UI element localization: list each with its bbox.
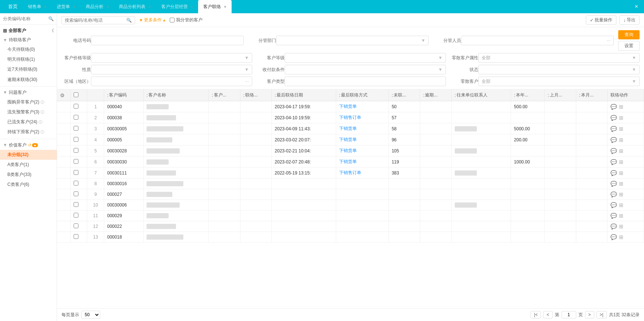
nav-tab-analysis[interactable]: 商品分析 ×: [81, 0, 114, 13]
th-unit-contact[interactable]: : 往来单位联系人: [451, 89, 511, 101]
first-page-btn[interactable]: |<: [531, 311, 541, 318]
region-input[interactable]: ···: [91, 77, 252, 86]
close-purchase-tab[interactable]: ×: [73, 0, 75, 13]
grid-action-icon[interactable]: ⊞: [619, 234, 623, 240]
sidebar-item-lost[interactable]: 已流失客户(24) ⓘ: [0, 117, 57, 127]
cell-last-method[interactable]: 下销售订单: [336, 112, 388, 123]
close-analysis-tab[interactable]: ×: [106, 0, 109, 13]
payment-select[interactable]: ▼: [285, 65, 446, 74]
sidebar-collapse-btn[interactable]: 《: [50, 28, 54, 33]
sidebar-item-c-class[interactable]: C类客户(6): [0, 180, 57, 190]
sidebar-search-icon[interactable]: 🔍: [48, 16, 54, 21]
page-number-input[interactable]: [562, 311, 576, 318]
problem-group-label[interactable]: ▼ 问题客户: [0, 88, 57, 97]
th-settings[interactable]: ⚙: [57, 89, 70, 101]
export-btn[interactable]: ↓ 导出: [619, 15, 640, 25]
chat-icon[interactable]: 💬: [610, 148, 617, 154]
dept-select[interactable]: ▼: [276, 36, 429, 45]
th-this-month[interactable]: : 本月...: [576, 89, 607, 101]
settings-icon[interactable]: ⚙: [60, 92, 65, 98]
row-checkbox[interactable]: [74, 104, 78, 109]
chat-icon[interactable]: 💬: [610, 202, 617, 208]
th-overdue[interactable]: : 逾期...: [420, 89, 451, 101]
chat-icon[interactable]: 💬: [610, 191, 617, 197]
sidebar-item-today-pending[interactable]: 今天待联络(0): [0, 45, 57, 54]
sidebar-item-abnormal[interactable]: 囤购异常客户(2) ⓘ: [0, 97, 57, 107]
nav-tab-purchase[interactable]: 进货单 ×: [52, 0, 80, 13]
nav-tab-customer-contact[interactable]: 客户联络 ×: [198, 0, 231, 13]
cell-last-method[interactable]: [336, 232, 388, 243]
price-level-select[interactable]: ▼: [91, 53, 252, 63]
th-name[interactable]: : 客户名称: [143, 89, 208, 101]
cell-last-method[interactable]: [336, 211, 388, 221]
cell-last-method[interactable]: 下销货单: [336, 145, 388, 156]
grid-action-icon[interactable]: ⊞: [619, 223, 623, 229]
filter-more-btn[interactable]: ▼ 更多条件 ▲: [139, 17, 166, 23]
value-group-label[interactable]: ▼ 价值客户 ↺ ●: [0, 141, 57, 150]
status-select[interactable]: ▼: [478, 65, 640, 74]
row-checkbox[interactable]: [74, 115, 78, 120]
last-page-btn[interactable]: >|: [597, 311, 607, 318]
retail-attr-select[interactable]: 全部 ▼: [478, 53, 640, 63]
grid-action-icon[interactable]: ⊞: [619, 202, 623, 208]
cell-last-method[interactable]: 下销货单: [336, 101, 388, 112]
customer-level-select[interactable]: ▼: [285, 53, 446, 63]
next-page-btn[interactable]: >: [585, 311, 594, 318]
chat-icon[interactable]: 💬: [610, 159, 617, 165]
grid-action-icon[interactable]: ⊞: [619, 170, 623, 176]
chat-icon[interactable]: 💬: [610, 126, 617, 132]
grid-action-icon[interactable]: ⊞: [619, 137, 623, 143]
cell-last-method[interactable]: [336, 189, 388, 200]
row-checkbox[interactable]: [74, 223, 78, 228]
row-checkbox[interactable]: [74, 170, 78, 175]
manager-input[interactable]: ···: [461, 36, 614, 45]
close-sales-tab[interactable]: ×: [44, 0, 46, 13]
row-checkbox[interactable]: [74, 202, 78, 207]
pending-group-label[interactable]: ▼ 待联络客户: [0, 35, 57, 45]
all-customers-header[interactable]: ⊞ 全部客户 《: [0, 25, 57, 35]
sidebar-item-ungrouped[interactable]: 未分组(32): [0, 150, 57, 160]
phone-input[interactable]: [91, 36, 244, 45]
filter-search-icon[interactable]: 🔍: [126, 18, 132, 23]
batch-operation-btn[interactable]: ✓ 批量操作: [586, 15, 616, 25]
th-type[interactable]: : 客户...: [209, 89, 240, 101]
query-btn[interactable]: 查询: [618, 30, 640, 39]
row-checkbox[interactable]: [74, 137, 78, 142]
grid-action-icon[interactable]: ⊞: [619, 191, 623, 197]
prev-page-btn[interactable]: <: [543, 311, 552, 318]
cell-last-method[interactable]: 下销货单: [336, 156, 388, 167]
th-last-method[interactable]: : 最后联络方式: [336, 89, 388, 101]
refresh-icon[interactable]: ↺: [28, 143, 31, 148]
select-all-checkbox[interactable]: [74, 92, 78, 97]
nav-home[interactable]: 首页: [3, 0, 23, 13]
my-customers-checkbox[interactable]: 我分管的客户: [170, 17, 203, 23]
sidebar-item-churn-warn[interactable]: 流失预警客户(3) ⓘ: [0, 107, 57, 117]
cell-last-method[interactable]: [336, 179, 388, 189]
chat-icon[interactable]: 💬: [610, 137, 617, 143]
grid-action-icon[interactable]: ⊞: [619, 115, 623, 121]
row-checkbox[interactable]: [74, 126, 78, 131]
close-contact-tab[interactable]: ×: [224, 0, 226, 13]
grid-action-icon[interactable]: ⊞: [619, 213, 623, 219]
reset-btn[interactable]: 设置: [618, 41, 640, 51]
filter-search-input[interactable]: [65, 18, 125, 23]
retail-customer-select[interactable]: 全部 ▼: [478, 77, 640, 86]
chat-icon[interactable]: 💬: [610, 181, 617, 187]
sidebar-item-tomorrow-pending[interactable]: 明天待联络(1): [0, 54, 57, 64]
chat-icon[interactable]: 💬: [610, 170, 617, 176]
gender-select[interactable]: ▼: [91, 65, 252, 74]
grid-action-icon[interactable]: ⊞: [619, 181, 623, 187]
close-analysis-list-tab[interactable]: ×: [148, 0, 151, 13]
page-size-select[interactable]: 50 20 100: [81, 311, 100, 319]
grid-action-icon[interactable]: ⊞: [619, 126, 623, 132]
sidebar-item-b-class[interactable]: B类客户(33): [0, 170, 57, 180]
row-checkbox[interactable]: [74, 191, 78, 196]
chat-icon[interactable]: 💬: [610, 115, 617, 121]
grid-action-icon[interactable]: ⊞: [619, 148, 623, 154]
th-contact[interactable]: : 联络...: [240, 89, 271, 101]
row-checkbox[interactable]: [74, 148, 78, 153]
grid-action-icon[interactable]: ⊞: [619, 104, 623, 110]
close-segment-tab[interactable]: ×: [191, 0, 193, 13]
th-code[interactable]: : 客户编码: [104, 89, 144, 101]
sidebar-item-overdue[interactable]: 逾期未联络(30): [0, 75, 57, 85]
